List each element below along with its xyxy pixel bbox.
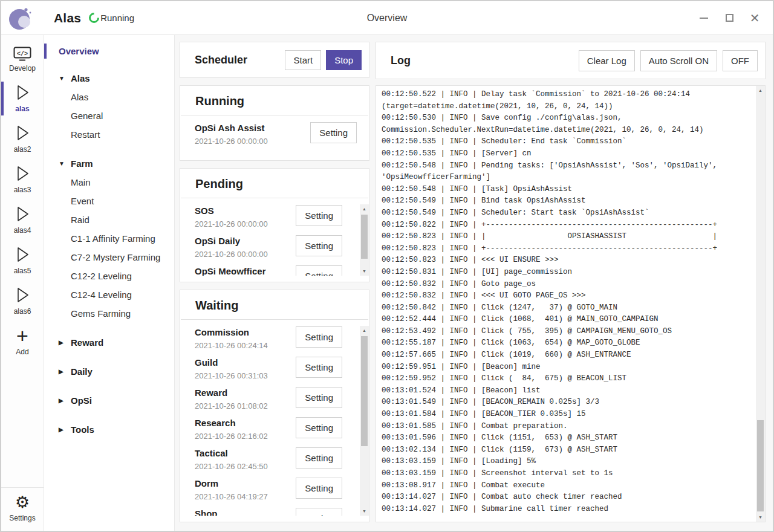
- instance-label: alas4: [14, 226, 31, 235]
- nav-item[interactable]: Alas: [44, 88, 174, 106]
- nav-item[interactable]: C7-2 Mystery Farming: [44, 248, 174, 267]
- log-title: Log: [391, 54, 573, 67]
- nav-item[interactable]: Restart: [44, 125, 174, 144]
- app-name: Alas: [54, 11, 81, 25]
- sidebar-item-settings[interactable]: ⚙ Settings: [1, 487, 44, 527]
- nav-arrow-icon: ▶: [59, 368, 71, 375]
- task-setting-button[interactable]: Setting: [296, 205, 342, 226]
- instance-label: alas2: [14, 145, 31, 154]
- task-time: 2021-10-26 00:00:00: [195, 137, 305, 146]
- sidebar-instance[interactable]: alas2: [1, 120, 44, 158]
- plus-icon: +: [16, 326, 28, 345]
- log-scrollbar[interactable]: ▲ ▼: [756, 86, 765, 522]
- close-button[interactable]: ✕: [750, 13, 759, 23]
- app-window: Overview Alas Running ✕ </> Develop: [0, 0, 774, 532]
- nav-item-label: Gems Farming: [71, 308, 131, 319]
- task-time: 2021-10-26 04:19:27: [195, 492, 291, 502]
- task-time: 2021-10-26 00:00:00: [195, 219, 291, 229]
- sidebar-instance[interactable]: alas3: [1, 160, 44, 199]
- nav-item[interactable]: ▶ OpSi: [44, 391, 174, 410]
- task-setting-button[interactable]: Setting: [296, 417, 342, 438]
- sidebar-instance[interactable]: alas4: [1, 201, 44, 239]
- task-setting-button[interactable]: Setting: [310, 122, 357, 143]
- play-icon: [13, 245, 31, 264]
- task-setting-button[interactable]: Setting: [296, 387, 342, 408]
- nav-arrow-icon: ▶: [59, 339, 71, 346]
- scrollbar-thumb[interactable]: [361, 215, 368, 259]
- task-setting-button[interactable]: Setting: [296, 508, 342, 516]
- nav-item-label: Event: [71, 196, 94, 206]
- minimize-button[interactable]: [699, 13, 709, 23]
- task-setting-button[interactable]: Setting: [296, 447, 342, 469]
- nav-item-label: Raid: [71, 215, 89, 225]
- instance-label: alas6: [14, 307, 31, 316]
- task-setting-button[interactable]: Setting: [296, 235, 342, 256]
- autoscroll-on-button[interactable]: Auto Scroll ON: [640, 50, 717, 71]
- clear-log-button[interactable]: Clear Log: [579, 50, 635, 71]
- nav-item[interactable]: C12-4 Leveling: [44, 285, 174, 304]
- add-instance-button[interactable]: + Add: [1, 322, 44, 361]
- nav-item[interactable]: Event: [44, 192, 174, 210]
- sidebar-instance[interactable]: alas5: [1, 241, 44, 280]
- nav-item[interactable]: C12-2 Leveling: [44, 267, 174, 285]
- task-row: Reward 2021-10-26 01:08:02 Setting: [195, 386, 342, 411]
- nav-arrow-icon: ▶: [59, 397, 71, 404]
- pending-task-list: SOS 2021-10-26 00:00:00 Setting OpSi Dai…: [180, 204, 369, 276]
- sidebar-instance[interactable]: alas: [1, 79, 44, 118]
- waiting-scrollbar[interactable]: ▲ ▼: [360, 326, 369, 516]
- task-setting-button[interactable]: Setting: [296, 265, 342, 276]
- nav-item[interactable]: ▼ Alas: [44, 69, 174, 88]
- scheduler-panel: Scheduler Start Stop: [180, 42, 369, 78]
- nav-item[interactable]: ▶ Reward: [44, 333, 174, 352]
- scroll-up-icon[interactable]: ▲: [756, 86, 765, 95]
- sidebar-item-develop[interactable]: </> Develop: [1, 42, 44, 77]
- nav-item[interactable]: General: [44, 106, 174, 125]
- nav-item-label: C12-4 Leveling: [71, 290, 132, 300]
- task-name: OpSi Daily: [195, 235, 291, 247]
- task-row: Tactical 2021-10-26 02:45:50 Setting: [195, 447, 342, 472]
- scrollbar-thumb[interactable]: [757, 420, 764, 511]
- nav-item-overview[interactable]: Overview: [44, 44, 174, 59]
- nav-item[interactable]: Gems Farming: [44, 304, 174, 323]
- nav-item[interactable]: Main: [44, 173, 174, 192]
- log-panel: 00:12:50.522 | INFO | Delay task `Commis…: [376, 85, 766, 522]
- task-name: Reward: [195, 386, 291, 399]
- maximize-button[interactable]: [724, 13, 734, 23]
- task-setting-button[interactable]: Setting: [296, 478, 342, 499]
- scroll-down-icon[interactable]: ▼: [756, 513, 765, 522]
- instance-sidebar: </> Develop alas alas2: [1, 35, 44, 531]
- task-row: Shop Setting: [195, 507, 342, 516]
- stop-button[interactable]: Stop: [326, 50, 362, 70]
- waiting-task-list: Commission 2021-10-26 00:24:14 Setting G…: [180, 326, 369, 516]
- svg-text:</>: </>: [17, 51, 28, 57]
- running-panel: Running OpSi Ash Assist 2021-10-26 00:00…: [180, 85, 369, 161]
- pending-title: Pending: [181, 177, 368, 198]
- autoscroll-off-button[interactable]: OFF: [723, 50, 758, 71]
- scroll-up-icon[interactable]: ▲: [360, 204, 369, 213]
- instance-label: alas: [15, 105, 29, 113]
- task-row: Dorm 2021-10-26 04:19:27 Setting: [195, 477, 342, 502]
- start-button[interactable]: Start: [285, 50, 321, 70]
- scroll-up-icon[interactable]: ▲: [360, 326, 369, 335]
- task-setting-button[interactable]: Setting: [296, 326, 342, 348]
- nav-item[interactable]: ▶ Daily: [44, 362, 174, 381]
- nav-arrow-icon: ▼: [59, 75, 71, 82]
- nav-item[interactable]: Raid: [44, 210, 174, 229]
- scroll-down-icon[interactable]: ▼: [360, 267, 369, 276]
- sidebar-instance[interactable]: alas6: [1, 282, 44, 320]
- settings-label: Settings: [9, 514, 35, 522]
- scrollbar-thumb[interactable]: [361, 336, 368, 446]
- task-setting-button[interactable]: Setting: [296, 357, 342, 378]
- nav-item[interactable]: ▶ Tools: [44, 420, 174, 439]
- scroll-down-icon[interactable]: ▼: [360, 507, 369, 516]
- develop-label: Develop: [9, 64, 36, 73]
- window-controls: ✕: [699, 13, 773, 23]
- task-row: SOS 2021-10-26 00:00:00 Setting: [195, 204, 342, 229]
- task-name: OpSi Meowfficer Farming: [195, 265, 291, 276]
- nav-item[interactable]: C1-1 Affinity Farming: [44, 229, 174, 248]
- pending-scrollbar[interactable]: ▲ ▼: [360, 204, 369, 276]
- task-row: OpSi Meowfficer Farming Setting: [195, 265, 342, 276]
- nav-item[interactable]: ▼ Farm: [44, 154, 174, 173]
- log-output[interactable]: 00:12:50.522 | INFO | Delay task `Commis…: [376, 86, 756, 522]
- nav-item-label: OpSi: [71, 395, 92, 406]
